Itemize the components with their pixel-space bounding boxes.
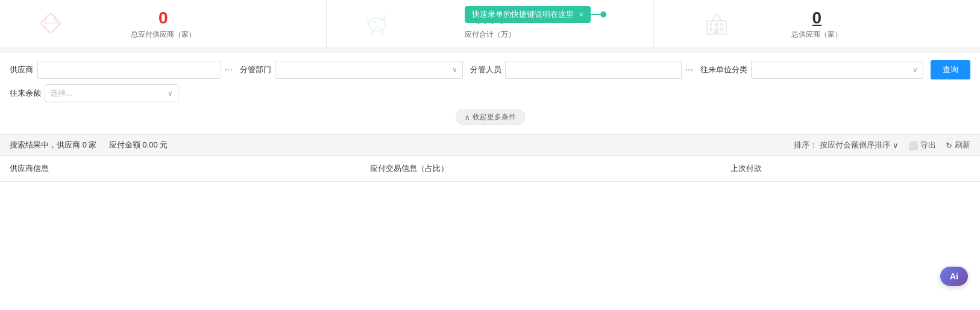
filter-balance: 往来余额 选择... ∨ bbox=[10, 84, 178, 102]
tooltip-text: 快速录单的快捷键说明在这里 bbox=[472, 9, 574, 20]
manager-label: 分管人员 bbox=[470, 64, 501, 75]
svg-rect-15 bbox=[714, 30, 719, 34]
department-select[interactable]: ∨ bbox=[275, 61, 463, 79]
amount-label: 应付金额 bbox=[109, 140, 140, 149]
top-stats-bar: 0 总应付供应商（家） 0.00 应付合计（万） 快速录单的快捷键说明在这里 × bbox=[0, 0, 980, 48]
total-suppliers-number: 0 bbox=[812, 8, 822, 28]
query-button[interactable]: 查询 bbox=[931, 60, 970, 79]
svg-rect-12 bbox=[709, 28, 712, 31]
table-header: 供应商信息 应付交易信息（占比） 上次付款 bbox=[0, 156, 980, 182]
manager-dots[interactable]: ··· bbox=[685, 64, 693, 75]
table-col-supplier: 供应商信息 bbox=[10, 163, 370, 174]
supplier-count: 0 bbox=[83, 140, 87, 149]
svg-point-5 bbox=[374, 20, 376, 23]
sort-label: 排序： bbox=[794, 140, 817, 150]
building-icon bbox=[702, 8, 731, 39]
unit-classification-arrow: ∨ bbox=[912, 66, 918, 74]
refresh-icon: ↻ bbox=[946, 141, 952, 150]
ai-button[interactable]: Ai bbox=[940, 267, 968, 286]
pig-icon bbox=[363, 8, 392, 39]
filter-supplier: 供应商 ··· bbox=[10, 61, 233, 79]
filter-row-1: 供应商 ··· 分管部门 ∨ 分管人员 ··· 往来单位分类 ∨ 查询 bbox=[10, 60, 970, 79]
payable-total-label: 应付合计（万） bbox=[465, 29, 515, 40]
filter-area: 供应商 ··· 分管部门 ∨ 分管人员 ··· 往来单位分类 ∨ 查询 bbox=[0, 53, 980, 135]
filter-row-2: 往来余额 选择... ∨ bbox=[10, 84, 970, 102]
collapse-icon: ∧ bbox=[465, 113, 470, 122]
refresh-label: 刷新 bbox=[955, 140, 970, 150]
balance-arrow: ∨ bbox=[168, 89, 173, 98]
unit-classification-label: 往来单位分类 bbox=[700, 64, 747, 75]
diamond-icon bbox=[36, 8, 65, 39]
supplier-label: 供应商 bbox=[10, 64, 34, 75]
result-text: 搜索结果中，供应商 bbox=[10, 140, 80, 149]
export-button[interactable]: ⬜ 导出 bbox=[908, 140, 936, 150]
amount-value: 0.00 bbox=[142, 140, 157, 149]
svg-point-7 bbox=[378, 26, 380, 28]
result-info: 搜索结果中，供应商 0 家 应付金额 0.00 元 bbox=[10, 140, 168, 150]
shortcut-tooltip: 快速录单的快捷键说明在这里 × bbox=[465, 6, 591, 23]
stat-payable-total: 0.00 应付合计（万） 快速录单的快捷键说明在这里 × bbox=[327, 0, 653, 48]
total-suppliers-label: 总供应商（家） bbox=[791, 29, 842, 40]
result-actions: 排序： 按应付会额倒序排序 ∨ ⬜ 导出 ↻ 刷新 bbox=[794, 140, 970, 150]
table-col-payment: 上次付款 bbox=[730, 163, 971, 174]
balance-placeholder: 选择... bbox=[50, 88, 72, 99]
filter-unit-classification: 往来单位分类 ∨ bbox=[700, 61, 923, 79]
refresh-button[interactable]: ↻ 刷新 bbox=[946, 140, 970, 150]
total-payable-suppliers-label: 总应付供应商（家） bbox=[131, 29, 196, 40]
sort-selector[interactable]: 排序： 按应付会额倒序排序 ∨ bbox=[794, 140, 899, 150]
unit-classification-select[interactable]: ∨ bbox=[751, 61, 923, 79]
table-col-transaction: 应付交易信息（占比） bbox=[370, 163, 730, 174]
supplier-input[interactable] bbox=[37, 61, 221, 79]
svg-rect-9 bbox=[709, 23, 712, 26]
export-icon: ⬜ bbox=[908, 141, 918, 150]
stat-total-payable-suppliers: 0 总应付供应商（家） bbox=[0, 0, 327, 48]
svg-rect-11 bbox=[720, 23, 723, 26]
sort-arrow: ∨ bbox=[893, 141, 899, 150]
filter-department: 分管部门 ∨ bbox=[240, 61, 463, 79]
sort-value: 按应付会额倒序排序 bbox=[820, 140, 890, 150]
balance-select[interactable]: 选择... ∨ bbox=[45, 84, 178, 102]
collapse-bar: ∧ 收起更多条件 bbox=[10, 107, 970, 129]
svg-rect-10 bbox=[715, 23, 718, 26]
export-label: 导出 bbox=[920, 140, 936, 150]
tooltip-close-btn[interactable]: × bbox=[579, 10, 583, 19]
table-area: 供应商信息 应付交易信息（占比） 上次付款 bbox=[0, 156, 980, 310]
collapse-label: 收起更多条件 bbox=[473, 112, 516, 122]
stat-total-suppliers: 0 总供应商（家） bbox=[654, 0, 980, 48]
department-label: 分管部门 bbox=[240, 64, 271, 75]
balance-label: 往来余额 bbox=[10, 88, 41, 99]
filter-manager: 分管人员 ··· bbox=[470, 61, 693, 79]
collapse-button[interactable]: ∧ 收起更多条件 bbox=[456, 110, 525, 125]
department-arrow: ∨ bbox=[452, 66, 457, 74]
supplier-dots[interactable]: ··· bbox=[225, 64, 233, 75]
total-payable-suppliers-number: 0 bbox=[159, 8, 168, 28]
table-body bbox=[0, 182, 980, 310]
svg-point-6 bbox=[375, 26, 377, 28]
count-unit: 家 bbox=[89, 140, 96, 149]
tooltip-dot bbox=[600, 11, 606, 17]
manager-input[interactable] bbox=[505, 61, 682, 79]
svg-rect-14 bbox=[720, 28, 723, 31]
amount-unit: 元 bbox=[160, 140, 168, 149]
result-bar: 搜索结果中，供应商 0 家 应付金额 0.00 元 排序： 按应付会额倒序排序 … bbox=[0, 135, 980, 156]
